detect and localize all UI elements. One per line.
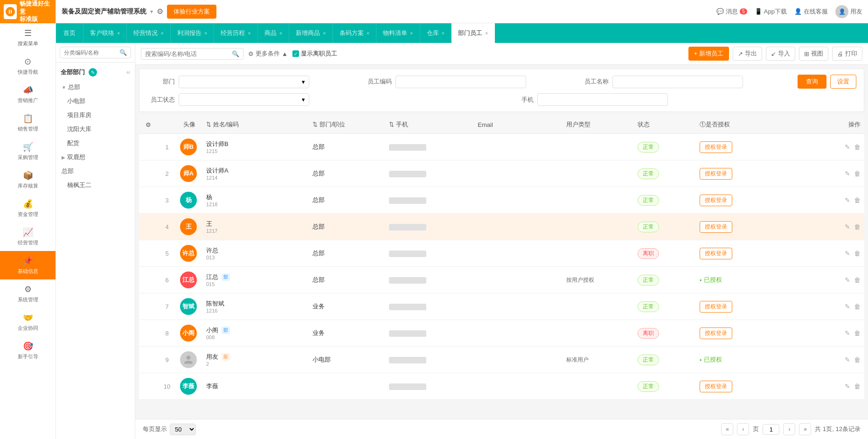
delete-icon[interactable]: 🗑 xyxy=(854,223,861,230)
dept-node-syd[interactable]: 沈阳大库 xyxy=(56,122,135,136)
delete-icon[interactable]: 🗑 xyxy=(854,356,861,363)
delete-icon[interactable]: 🗑 xyxy=(854,383,861,390)
close-icon[interactable]: × xyxy=(248,30,250,36)
close-icon[interactable]: × xyxy=(117,30,120,36)
delete-icon[interactable]: 🗑 xyxy=(854,250,861,257)
filter-settings-button[interactable]: 设置 xyxy=(830,75,856,89)
close-icon[interactable]: × xyxy=(410,30,413,36)
emp-code-input[interactable] xyxy=(396,76,526,88)
sidebar-item-operations[interactable]: 📈 经营管理 xyxy=(0,223,56,251)
dept-node-xdb[interactable]: 小电部 xyxy=(56,94,135,108)
tab-profit[interactable]: 利润报告 × xyxy=(171,23,214,43)
auth-login-button[interactable]: 授权登录 xyxy=(700,328,732,339)
settings-icon[interactable]: ⚙ xyxy=(157,7,163,16)
experience-button[interactable]: 体验行业方案 xyxy=(167,5,216,19)
resigned-checkbox[interactable]: ✓ xyxy=(292,50,299,57)
prev-page-button[interactable]: ‹ xyxy=(737,423,749,435)
next-page-button[interactable]: › xyxy=(783,423,795,435)
last-page-button[interactable]: » xyxy=(799,423,811,435)
close-icon[interactable]: × xyxy=(485,30,488,36)
sidebar-item-purchase[interactable]: 🛒 采购管理 xyxy=(0,137,56,166)
delete-icon[interactable]: 🗑 xyxy=(854,143,861,151)
query-button[interactable]: 查询 xyxy=(798,75,826,89)
tab-staff[interactable]: 部门员工 × xyxy=(451,23,495,43)
close-icon[interactable]: × xyxy=(442,30,444,36)
table-gear-col[interactable]: ⚙ xyxy=(139,116,158,134)
dept-node-xmk[interactable]: 项目库房 xyxy=(56,108,135,122)
show-resigned-toggle[interactable]: ✓ 显示离职员工 xyxy=(292,49,337,58)
message-button[interactable]: 💬 消息 5 xyxy=(716,7,747,16)
edit-icon[interactable]: ✎ xyxy=(845,250,850,257)
auth-login-button[interactable]: 授权登录 xyxy=(700,141,732,153)
tab-customer[interactable]: 客户联络 × xyxy=(83,23,127,43)
export-button[interactable]: ↗ 导出 xyxy=(733,47,762,61)
sort-icon[interactable]: ⇅ xyxy=(312,121,318,128)
sidebar-item-inventory[interactable]: 📦 库存核算 xyxy=(0,166,56,194)
edit-icon[interactable]: ✎ xyxy=(845,196,850,204)
print-button[interactable]: 🖨 打印 xyxy=(832,47,862,61)
import-button[interactable]: ↙ 导入 xyxy=(766,47,795,61)
app-download-button[interactable]: 📱 App下载 xyxy=(755,7,787,16)
dept-node-head[interactable]: ▼ 总部 xyxy=(56,80,135,94)
tab-newgoods[interactable]: 新增商品 × xyxy=(289,23,333,43)
close-icon[interactable]: × xyxy=(160,30,163,36)
sidebar-item-finance[interactable]: 💰 资金管理 xyxy=(0,194,56,223)
more-conditions-button[interactable]: ⚙ 更多条件 ▲ xyxy=(248,49,288,58)
sort-icon[interactable]: ⇅ xyxy=(206,121,211,128)
user-menu[interactable]: 👤 用友 xyxy=(835,5,862,18)
dept-all-item[interactable]: 全部部门 ✎ ‹‹ xyxy=(56,64,135,80)
emp-status-select[interactable]: ▾ xyxy=(179,93,309,106)
edit-icon[interactable]: ✎ xyxy=(845,143,850,151)
edit-icon[interactable]: ✎ xyxy=(845,356,850,363)
edit-icon[interactable]: ✎ xyxy=(845,383,850,390)
dept-collapse-icon[interactable]: ‹‹ xyxy=(126,69,130,76)
add-employee-button[interactable]: + 新增员工 xyxy=(688,47,729,61)
edit-icon[interactable]: ✎ xyxy=(845,223,850,230)
dept-node-npwz[interactable]: 楠枫王二 xyxy=(56,178,135,192)
edit-icon[interactable]: ✎ xyxy=(845,276,850,284)
auth-login-button[interactable]: 授权登录 xyxy=(700,221,732,233)
auth-login-button[interactable]: 授权登录 xyxy=(700,195,732,206)
auth-login-button[interactable]: 授权登录 xyxy=(700,381,732,392)
sidebar-item-system[interactable]: ⚙ 系统管理 xyxy=(0,279,56,308)
tab-operations[interactable]: 经营情况 × xyxy=(127,23,170,43)
dropdown-arrow-icon[interactable]: ▾ xyxy=(150,8,153,15)
tab-home[interactable]: 首页 xyxy=(56,23,83,43)
emp-name-input[interactable] xyxy=(612,76,743,88)
page-number-input[interactable] xyxy=(763,424,779,435)
auth-login-button[interactable]: 授权登录 xyxy=(700,168,732,180)
sidebar-item-quicknav[interactable]: ⊙ 快捷导航 xyxy=(0,52,56,80)
tab-barcode[interactable]: 条码方案 × xyxy=(333,23,376,43)
edit-icon[interactable]: ✎ xyxy=(845,303,850,310)
close-icon[interactable]: × xyxy=(204,30,207,36)
auth-login-button[interactable]: 授权登录 xyxy=(700,248,732,259)
close-icon[interactable]: × xyxy=(323,30,326,36)
edit-icon[interactable]: ✎ xyxy=(845,329,850,337)
page-size-select[interactable]: 50 100 200 xyxy=(170,424,196,435)
delete-icon[interactable]: 🗑 xyxy=(854,303,861,310)
close-icon[interactable]: × xyxy=(279,30,282,36)
dept-select[interactable]: ▾ xyxy=(179,76,309,88)
dept-node-ph[interactable]: 配货 xyxy=(56,136,135,150)
sort-icon[interactable]: ⇅ xyxy=(389,121,394,128)
sidebar-item-guide[interactable]: 🎯 新手引导 xyxy=(0,336,56,365)
sidebar-item-sales[interactable]: 📋 销售管理 xyxy=(0,109,56,137)
phone-input[interactable] xyxy=(537,93,668,106)
online-service-button[interactable]: 👤 在线客服 xyxy=(794,7,828,16)
sidebar-item-basic[interactable]: 📌 基础信息 xyxy=(0,251,56,279)
delete-icon[interactable]: 🗑 xyxy=(854,196,861,204)
tab-materials[interactable]: 物料清单 × xyxy=(376,23,420,43)
dept-node-sx[interactable]: ▶ 双鹿想 xyxy=(56,150,135,164)
dept-search-input[interactable] xyxy=(64,49,118,56)
view-button[interactable]: ⊞ 视图 xyxy=(799,47,828,61)
tab-goods[interactable]: 商品 × xyxy=(258,23,289,43)
search-input[interactable] xyxy=(145,50,230,57)
delete-icon[interactable]: 🗑 xyxy=(854,170,861,177)
sidebar-item-marketing[interactable]: 📣 营销推广 xyxy=(0,80,56,109)
delete-icon[interactable]: 🗑 xyxy=(854,329,861,337)
delete-icon[interactable]: 🗑 xyxy=(854,276,861,284)
dept-node-zb[interactable]: 总部 xyxy=(56,164,135,178)
edit-icon[interactable]: ✎ xyxy=(845,170,850,177)
sidebar-item-search[interactable]: ☰ 搜索菜单 xyxy=(0,23,56,52)
auth-login-button[interactable]: 授权登录 xyxy=(700,301,732,313)
